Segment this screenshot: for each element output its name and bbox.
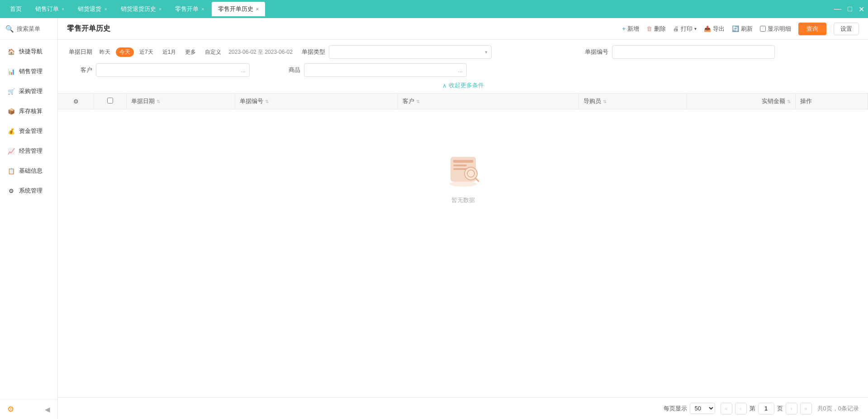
sidebar-menu: 🏠 快捷导航 📊 销售管理 🛒 采购管理 📦 库存核算 💰 资金管理 📈: [0, 40, 57, 399]
add-label: 新增: [627, 25, 639, 33]
settings-icon[interactable]: ⚙: [7, 405, 14, 414]
collapse-button[interactable]: ∧ 收起更多条件: [442, 81, 484, 89]
refresh-icon: 🔄: [732, 25, 739, 32]
sidebar-search[interactable]: 🔍 搜索菜单: [0, 18, 57, 40]
goods-filter-label: 商品: [275, 66, 300, 74]
sidebar-item-label-basic-info: 基础信息: [19, 167, 43, 175]
svg-point-0: [450, 181, 477, 187]
show-detail-toggle[interactable]: 显示明细: [760, 25, 791, 33]
per-page-label: 每页显示: [664, 405, 687, 413]
close-btn[interactable]: ✕: [859, 5, 864, 14]
tab-retail-history-close[interactable]: ×: [256, 6, 259, 12]
sidebar-item-operation[interactable]: 📈 经营管理: [0, 141, 57, 161]
date-opt-7days[interactable]: 近7天: [136, 47, 157, 57]
maximize-btn[interactable]: □: [848, 5, 852, 13]
setting-button[interactable]: 设置: [834, 23, 859, 35]
tab-retail-order-label: 零售开单: [175, 5, 199, 13]
show-detail-label-text: 显示明细: [768, 25, 791, 33]
first-page-button[interactable]: «: [721, 403, 732, 414]
sidebar-item-finance[interactable]: 💰 资金管理: [0, 121, 57, 141]
date-opt-1month[interactable]: 近1月: [159, 47, 180, 57]
per-page-select[interactable]: 10 20 50 100: [690, 403, 715, 414]
export-label: 导出: [713, 25, 725, 33]
sidebar-item-inventory[interactable]: 📦 库存核算: [0, 101, 57, 121]
next-page-button[interactable]: ›: [786, 403, 797, 414]
minimize-btn[interactable]: —: [834, 5, 841, 13]
sidebar-item-basic-info[interactable]: 📋 基础信息: [0, 161, 57, 181]
tab-home[interactable]: 首页: [4, 2, 28, 16]
tab-retail-order[interactable]: 零售开单 ×: [169, 2, 210, 16]
refresh-button[interactable]: 🔄 刷新: [732, 25, 753, 33]
tab-sales-order[interactable]: 销售订单 ×: [29, 2, 71, 16]
tab-sales-return-label: 销货退货: [78, 5, 101, 13]
customer-filter-select[interactable]: ...: [96, 63, 250, 77]
table-area: ⚙ 单据日期 ⇅ 单据编号: [58, 94, 868, 397]
page-number-input[interactable]: [758, 403, 774, 414]
trash-icon: 🗑: [646, 25, 652, 32]
sort-icon-date[interactable]: ⇅: [157, 99, 160, 104]
tab-return-history-close[interactable]: ×: [159, 6, 161, 12]
sidebar-item-quick-nav[interactable]: 🏠 快捷导航: [0, 42, 57, 61]
type-filter-field: 单据类型 ▾: [300, 45, 576, 59]
print-button[interactable]: 🖨 打印 ▾: [673, 25, 697, 33]
collapse-icon[interactable]: ◀: [45, 405, 50, 414]
sort-icon-salesperson[interactable]: ⇅: [603, 99, 607, 104]
tab-bar: 首页 销售订单 × 销货退货 × 销货退货历史 × 零售开单 × 零售开单历史 …: [4, 2, 834, 16]
goods-ellipsis: ...: [458, 67, 463, 74]
number-filter-input[interactable]: [612, 45, 775, 59]
select-all-checkbox[interactable]: [107, 98, 113, 104]
col-operation: 操作: [796, 94, 868, 109]
page-nav: « ‹ 第 页 › »: [721, 403, 812, 414]
col-settings[interactable]: ⚙: [58, 94, 94, 109]
sidebar-item-purchase-mgmt[interactable]: 🛒 采购管理: [0, 81, 57, 101]
content-area: 零售开单历史 + 新增 🗑 删除 🖨 打印 ▾ 📤 导出: [58, 18, 868, 419]
tab-return-history[interactable]: 销货退货历史 ×: [114, 2, 168, 16]
date-opt-yesterday[interactable]: 昨天: [96, 47, 114, 57]
col-salesperson-label: 导购员: [583, 97, 601, 105]
tab-sales-order-close[interactable]: ×: [62, 6, 64, 12]
query-button[interactable]: 查询: [798, 23, 826, 35]
sort-icon-customer[interactable]: ⇅: [416, 99, 420, 104]
svg-rect-2: [453, 160, 473, 163]
bar-icon: 📈: [7, 147, 15, 155]
delete-button[interactable]: 🗑 删除: [646, 25, 666, 33]
page-label: 第: [749, 405, 755, 413]
tab-home-label: 首页: [10, 5, 22, 13]
print-icon: 🖨: [673, 25, 679, 32]
tab-retail-order-close[interactable]: ×: [201, 6, 204, 12]
cart-icon: 🛒: [7, 87, 15, 95]
table-header-row: ⚙ 单据日期 ⇅ 单据编号: [58, 94, 868, 109]
tab-sales-return[interactable]: 销货退货 ×: [71, 2, 113, 16]
tab-retail-history[interactable]: 零售开单历史 ×: [212, 2, 265, 16]
sort-icon-amount[interactable]: ⇅: [787, 99, 791, 104]
date-opt-custom[interactable]: 自定义: [201, 47, 225, 57]
col-checkbox[interactable]: [94, 94, 127, 109]
refresh-label: 刷新: [741, 25, 753, 33]
page-actions: + 新增 🗑 删除 🖨 打印 ▾ 📤 导出 🔄: [622, 23, 859, 35]
last-page-button[interactable]: »: [800, 403, 812, 414]
date-opt-today[interactable]: 今天: [116, 47, 134, 57]
number-filter-label: 单据编号: [583, 48, 608, 56]
sidebar-item-sys-mgmt[interactable]: ⚙ 系统管理: [0, 181, 57, 201]
prev-page-button[interactable]: ‹: [735, 403, 747, 414]
sidebar: 🔍 搜索菜单 🏠 快捷导航 📊 销售管理 🛒 采购管理 📦 库存核算 💰: [0, 18, 58, 419]
goods-filter-select[interactable]: ...: [304, 63, 467, 77]
col-number: 单据编号 ⇅: [235, 94, 398, 109]
svg-rect-3: [453, 165, 467, 166]
page-total: 共0页，0条记录: [817, 405, 859, 413]
tab-sales-return-close[interactable]: ×: [104, 6, 107, 12]
goods-filter-field: 商品 ...: [275, 63, 859, 77]
col-amount-label: 实销金额: [762, 97, 785, 105]
date-opt-more[interactable]: 更多: [181, 47, 199, 57]
add-button[interactable]: + 新增: [622, 25, 639, 33]
export-button[interactable]: 📤 导出: [704, 25, 725, 33]
svg-line-7: [475, 178, 479, 181]
gear-icon: ⚙: [7, 187, 15, 195]
collapse-row: ∧ 收起更多条件: [67, 81, 859, 89]
type-filter-select[interactable]: ▾: [329, 45, 492, 59]
show-detail-checkbox[interactable]: [760, 26, 766, 32]
sort-icon-number[interactable]: ⇅: [265, 99, 269, 104]
print-dropdown-icon: ▾: [694, 26, 697, 31]
settings-col-icon[interactable]: ⚙: [73, 98, 79, 105]
sidebar-item-sales-mgmt[interactable]: 📊 销售管理: [0, 61, 57, 81]
